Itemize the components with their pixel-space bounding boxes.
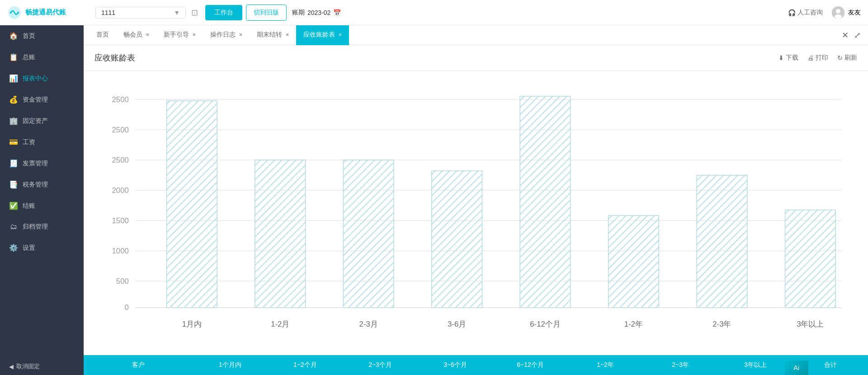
tab-yearend[interactable]: 期末结转× bbox=[250, 25, 296, 45]
tab-close-member[interactable]: × bbox=[146, 32, 149, 38]
download-button[interactable]: ⬇ 下载 bbox=[778, 54, 798, 62]
archive-icon: 🗂 bbox=[9, 223, 18, 231]
logo-icon bbox=[7, 5, 22, 20]
svg-point-5 bbox=[835, 14, 842, 19]
tab-close-oplog[interactable]: × bbox=[239, 32, 242, 38]
svg-text:500: 500 bbox=[116, 277, 129, 286]
sidebar: 🏠 首页📋 总账📊 报表中心💰 资金管理🏢 固定资产💳 工资🧾 发票管理📑 税务… bbox=[0, 25, 84, 375]
tab-label-guide: 新手引导 bbox=[164, 31, 189, 39]
period-area: 账期 2023-02 📅 bbox=[292, 9, 341, 17]
svg-text:2-3月: 2-3月 bbox=[359, 320, 378, 328]
invoice-icon: 🧾 bbox=[9, 159, 18, 168]
sidebar-label-invoice: 发票管理 bbox=[23, 159, 48, 168]
tab-oplog[interactable]: 操作日志× bbox=[203, 25, 250, 45]
assets-icon: 🏢 bbox=[9, 117, 18, 125]
bar-6-12月 bbox=[520, 96, 571, 308]
collapse-icon: ◀ bbox=[9, 363, 14, 370]
sidebar-item-payroll[interactable]: 💳 工资 bbox=[0, 131, 84, 153]
home-icon: 🏠 bbox=[9, 32, 18, 40]
funds-icon: 💰 bbox=[9, 95, 18, 104]
download-icon: ⬇ bbox=[778, 54, 784, 61]
table-header-2: 1~2个月 bbox=[268, 361, 343, 369]
bar-1-2年 bbox=[609, 216, 659, 308]
reports-icon: 📊 bbox=[9, 74, 18, 83]
sidebar-label-settings: 设置 bbox=[23, 244, 35, 252]
tax-icon: 📑 bbox=[9, 180, 18, 189]
sidebar-item-home[interactable]: 🏠 首页 bbox=[0, 25, 84, 47]
logo-text: 畅捷通易代账 bbox=[25, 8, 66, 17]
table-header-5: 6~12个月 bbox=[493, 361, 568, 369]
sidebar-item-assets[interactable]: 🏢 固定资产 bbox=[0, 110, 84, 131]
sidebar-item-funds[interactable]: 💰 资金管理 bbox=[0, 89, 84, 110]
tab-close-guide[interactable]: × bbox=[193, 32, 196, 38]
sidebar-item-ledger[interactable]: 📋 总账 bbox=[0, 47, 84, 68]
svg-text:6-12个月: 6-12个月 bbox=[530, 320, 561, 328]
svg-text:1-2月: 1-2月 bbox=[271, 320, 289, 328]
sidebar-item-settings[interactable]: ⚙️ 设置 bbox=[0, 237, 84, 258]
sidebar-item-tax[interactable]: 📑 税务管理 bbox=[0, 174, 84, 195]
table-header-6: 1~2年 bbox=[568, 361, 643, 369]
svg-text:0: 0 bbox=[124, 303, 128, 312]
ledger-icon: 📋 bbox=[9, 53, 18, 61]
workbench-button[interactable]: 工作台 bbox=[205, 5, 242, 20]
calendar-icon[interactable]: 📅 bbox=[333, 9, 341, 16]
sidebar-label-checkout: 结账 bbox=[23, 202, 35, 210]
settings-icon: ⚙️ bbox=[9, 244, 18, 252]
content-header: 应收账龄表 ⬇ 下载 🖨 打印 ↻ 刷新 bbox=[84, 45, 868, 71]
print-button[interactable]: 🖨 打印 bbox=[807, 54, 828, 62]
svg-text:1000: 1000 bbox=[112, 247, 129, 255]
sidebar-label-archive: 归档管理 bbox=[23, 223, 48, 231]
consult-button[interactable]: 🎧 人工咨询 bbox=[788, 9, 823, 17]
chart-container: 2500 2500 2500 2000 1500 1000 500 0 bbox=[84, 71, 868, 355]
table-header-3: 2~3个月 bbox=[343, 361, 418, 369]
tab-guide[interactable]: 新手引导× bbox=[156, 25, 203, 45]
tab-label-member: 畅会员 bbox=[123, 31, 142, 39]
refresh-button[interactable]: ↻ 刷新 bbox=[837, 54, 857, 62]
svg-text:1月内: 1月内 bbox=[182, 320, 202, 328]
sidebar-label-ledger: 总账 bbox=[23, 53, 35, 61]
bar-2-3年 bbox=[697, 175, 747, 308]
tab-close-yearend[interactable]: × bbox=[286, 32, 289, 38]
tab-close-aging[interactable]: × bbox=[339, 32, 342, 38]
sidebar-item-checkout[interactable]: ✅ 结账 bbox=[0, 195, 84, 216]
tab-label-yearend: 期末结转 bbox=[257, 31, 282, 39]
avatar bbox=[832, 6, 844, 19]
sidebar-item-archive[interactable]: 🗂 归档管理 bbox=[0, 216, 84, 237]
sidebar-item-reports[interactable]: 📊 报表中心 bbox=[0, 68, 84, 89]
table-header-8: 3年以上 bbox=[718, 361, 793, 369]
tab-member[interactable]: 畅会员× bbox=[116, 25, 156, 45]
svg-text:2500: 2500 bbox=[112, 156, 129, 164]
bar-1月内 bbox=[167, 101, 217, 308]
period-value: 2023-02 bbox=[307, 9, 330, 16]
sidebar-label-assets: 固定资产 bbox=[23, 117, 48, 125]
company-dropdown-arrow: ▼ bbox=[174, 9, 180, 16]
consult-label: 人工咨询 bbox=[797, 9, 823, 17]
tab-label-aging: 应收账龄表 bbox=[303, 31, 335, 39]
close-tab-button[interactable]: ✕ bbox=[840, 28, 850, 42]
sidebar-label-payroll: 工资 bbox=[23, 138, 35, 146]
table-header-4: 3~6个月 bbox=[418, 361, 493, 369]
copy-icon[interactable]: ⊡ bbox=[191, 8, 198, 18]
user-name: 友友 bbox=[848, 9, 861, 17]
svg-text:3年以上: 3年以上 bbox=[797, 320, 824, 328]
ai-badge[interactable]: Ai bbox=[785, 361, 808, 375]
svg-text:2-3年: 2-3年 bbox=[712, 320, 731, 328]
tab-aging[interactable]: 应收账龄表× bbox=[296, 25, 349, 45]
sidebar-collapse-button[interactable]: ◀ 取消固定 bbox=[0, 358, 84, 375]
page-title: 应收账龄表 bbox=[94, 52, 135, 63]
sidebar-item-invoice[interactable]: 🧾 发票管理 bbox=[0, 153, 84, 174]
period-label: 账期 bbox=[292, 9, 305, 17]
tab-home[interactable]: 首页 bbox=[89, 25, 116, 45]
table-header: 客户1个月内1~2个月2~3个月3~6个月6~12个月1~2年2~3年3年以上合… bbox=[84, 355, 868, 375]
expand-tab-button[interactable]: ⤢ bbox=[852, 28, 863, 42]
company-selector[interactable]: 1111 ▼ bbox=[95, 7, 186, 19]
user-area[interactable]: 友友 bbox=[832, 6, 861, 19]
svg-point-4 bbox=[836, 9, 840, 14]
switch-version-button[interactable]: 切到旧版 bbox=[246, 5, 287, 21]
table-header-1: 1个月内 bbox=[193, 361, 268, 369]
svg-text:1-2年: 1-2年 bbox=[624, 320, 643, 328]
tabs-bar: 首页畅会员×新手引导×操作日志×期末结转×应收账龄表× ✕ ⤢ bbox=[84, 25, 868, 45]
table-header-7: 2~3年 bbox=[643, 361, 718, 369]
sidebar-label-funds: 资金管理 bbox=[23, 96, 48, 104]
payroll-icon: 💳 bbox=[9, 138, 18, 146]
